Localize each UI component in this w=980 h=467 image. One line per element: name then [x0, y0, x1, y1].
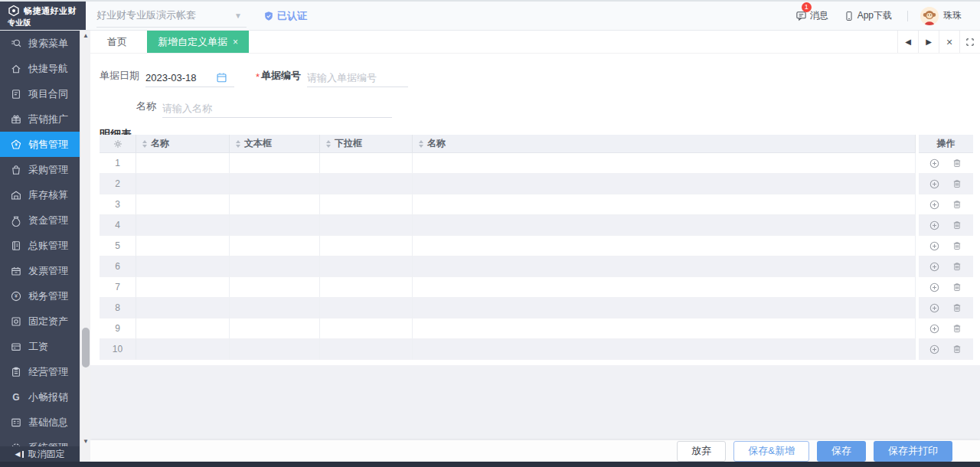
sidebar-item-basic-info[interactable]: 基础信息	[0, 410, 80, 435]
tab-new-custom-doc[interactable]: 新增自定义单据 ×	[147, 31, 249, 53]
sidebar-item-contract[interactable]: 项目合同	[0, 81, 80, 106]
row-cell-col3[interactable]	[320, 298, 413, 318]
add-row-icon[interactable]	[929, 240, 940, 252]
row-cell-col2[interactable]	[230, 215, 320, 236]
sidebar-item-fixed-asset[interactable]: 固定资产	[0, 309, 80, 334]
row-cell-col2[interactable]	[230, 298, 320, 318]
column-header-4[interactable]: 名称	[413, 135, 916, 153]
row-cell-col4[interactable]	[413, 236, 916, 256]
account-selector[interactable]: 好业财专业版演示帐套 ▼	[96, 5, 247, 28]
row-cell-col1[interactable]	[136, 318, 230, 339]
delete-row-icon[interactable]	[952, 158, 963, 169]
row-cell-col2[interactable]	[230, 318, 320, 339]
name-input[interactable]	[162, 103, 389, 114]
date-input[interactable]	[145, 72, 216, 83]
row-cell-col3[interactable]	[320, 318, 413, 339]
sort-caret-icon[interactable]	[236, 140, 240, 148]
row-cell-col2[interactable]	[230, 236, 320, 256]
row-cell-col1[interactable]	[136, 256, 230, 277]
delete-row-icon[interactable]	[952, 178, 963, 190]
sidebar-item-home[interactable]: 快捷导航	[0, 56, 80, 81]
row-cell-col3[interactable]	[320, 277, 413, 298]
delete-row-icon[interactable]	[952, 323, 963, 335]
add-row-icon[interactable]	[929, 199, 940, 211]
app-download-button[interactable]: App下载	[844, 8, 892, 24]
row-cell-col1[interactable]	[136, 153, 230, 174]
tabs-scroll-right-button[interactable]: ▶	[918, 31, 939, 53]
column-settings-gear-icon[interactable]	[100, 135, 136, 153]
fullscreen-button[interactable]	[959, 31, 980, 53]
row-cell-col4[interactable]	[413, 256, 916, 277]
row-cell-col4[interactable]	[413, 298, 916, 318]
row-cell-col2[interactable]	[230, 153, 320, 174]
row-cell-col4[interactable]	[413, 194, 916, 215]
tabs-scroll-left-button[interactable]: ◀	[897, 31, 918, 53]
column-header-1[interactable]: 名称	[136, 135, 230, 153]
messages-button[interactable]: 1 消息	[795, 8, 828, 24]
sidebar-item-system[interactable]: 系统管理	[0, 435, 80, 446]
date-field[interactable]	[145, 72, 234, 87]
row-cell-col1[interactable]	[136, 236, 230, 256]
sidebar-item-search[interactable]: 搜索菜单	[0, 31, 80, 56]
sidebar-item-gift[interactable]: 营销推广	[0, 106, 80, 132]
add-row-icon[interactable]	[929, 220, 940, 231]
delete-row-icon[interactable]	[952, 344, 963, 355]
row-cell-col3[interactable]	[320, 256, 413, 277]
delete-row-icon[interactable]	[952, 199, 963, 211]
row-cell-col4[interactable]	[413, 174, 916, 194]
row-cell-col1[interactable]	[136, 277, 230, 298]
sidebar-item-ledger[interactable]: 总账管理	[0, 233, 80, 258]
sidebar-item-inventory[interactable]: 库存核算	[0, 182, 80, 207]
row-cell-col3[interactable]	[320, 174, 413, 194]
row-cell-col4[interactable]	[413, 277, 916, 298]
delete-row-icon[interactable]	[952, 261, 963, 273]
row-cell-col4[interactable]	[413, 339, 916, 360]
action-button-保存&新增[interactable]: 保存&新增	[733, 441, 809, 462]
scrollbar-thumb[interactable]	[82, 328, 90, 367]
row-cell-col2[interactable]	[230, 174, 320, 194]
add-row-icon[interactable]	[929, 344, 940, 355]
sort-caret-icon[interactable]	[419, 140, 423, 148]
column-header-2[interactable]: 文本框	[230, 135, 320, 153]
sidebar-scrollbar[interactable]: ▲ ▼	[80, 31, 90, 462]
row-cell-col3[interactable]	[320, 236, 413, 256]
sidebar-item-sales[interactable]: ¥销售管理	[0, 132, 80, 157]
sidebar-item-salary[interactable]: 工资	[0, 334, 80, 359]
column-header-3[interactable]: 下拉框	[320, 135, 413, 153]
row-cell-col1[interactable]	[136, 215, 230, 236]
discard-button[interactable]: 放弃	[677, 441, 726, 462]
tabs-close-all-button[interactable]: ×	[939, 31, 959, 53]
row-cell-col1[interactable]	[136, 298, 230, 318]
row-cell-col3[interactable]	[320, 194, 413, 215]
delete-row-icon[interactable]	[952, 282, 963, 293]
row-cell-col1[interactable]	[136, 194, 230, 215]
delete-row-icon[interactable]	[952, 240, 963, 252]
scroll-up-button[interactable]: ▲	[80, 31, 91, 41]
add-row-icon[interactable]	[929, 158, 940, 169]
row-cell-col3[interactable]	[320, 339, 413, 360]
add-row-icon[interactable]	[929, 323, 940, 335]
unpin-sidebar-button[interactable]: ◀ 取消固定	[0, 446, 80, 462]
row-cell-col2[interactable]	[230, 277, 320, 298]
row-cell-col3[interactable]	[320, 153, 413, 174]
row-cell-col2[interactable]	[230, 194, 320, 215]
row-cell-col4[interactable]	[413, 153, 916, 174]
user-name[interactable]: 珠珠	[943, 9, 962, 22]
row-cell-col2[interactable]	[230, 339, 320, 360]
user-avatar[interactable]	[920, 7, 939, 25]
add-row-icon[interactable]	[929, 302, 940, 314]
sort-caret-icon[interactable]	[142, 140, 147, 148]
sidebar-item-tax[interactable]: ¥税务管理	[0, 283, 80, 309]
docno-field[interactable]	[307, 72, 408, 87]
sort-caret-icon[interactable]	[326, 140, 331, 148]
row-cell-col4[interactable]	[413, 215, 916, 236]
row-cell-col2[interactable]	[230, 256, 320, 277]
sidebar-item-operations[interactable]: 经营管理	[0, 359, 80, 384]
sidebar-item-funds[interactable]: 资金管理	[0, 207, 80, 233]
docno-input[interactable]	[307, 72, 405, 83]
add-row-icon[interactable]	[929, 261, 940, 273]
add-row-icon[interactable]	[929, 178, 940, 190]
action-button-保存并打印[interactable]: 保存并打印	[874, 441, 952, 462]
row-cell-col3[interactable]	[320, 215, 413, 236]
calendar-icon[interactable]	[216, 72, 227, 83]
